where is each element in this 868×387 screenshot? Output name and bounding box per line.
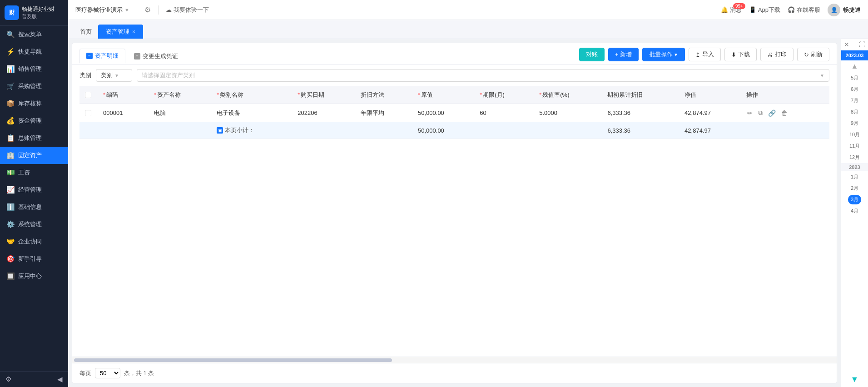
ledger-icon: 📋 (6, 134, 15, 142)
sidebar-scroll: 🔍 搜索菜单 ⚡ 快捷导航 📊 销售管理 🛒 采购管理 📦 库存核算 💰 资金管… (0, 26, 68, 371)
sidebar-logo-icon: 财 (5, 5, 19, 20)
tl-month-4[interactable]: 4月 (841, 205, 868, 217)
tab-asset-management[interactable]: 资产管理 × (98, 25, 143, 39)
tl-month-8[interactable]: 8月 (841, 106, 868, 118)
sidebar-item-purchase[interactable]: 🛒 采购管理 (0, 78, 68, 95)
refresh-icon: ↻ (804, 51, 809, 58)
flash-icon: ⚡ (6, 48, 15, 56)
sidebar-item-business[interactable]: 📈 经营管理 (0, 181, 68, 198)
app-download-label: App下载 (758, 6, 780, 14)
new-button[interactable]: + 新增 (608, 48, 639, 61)
tl-month-12[interactable]: 12月 (841, 152, 868, 163)
search-icon: 🔍 (6, 30, 15, 39)
tl-month-10[interactable]: 10月 (841, 129, 868, 140)
sidebar-logo-text-wrap: 畅捷通好业财 普及版 (22, 5, 55, 20)
category-type-select[interactable]: 类别 ▼ (96, 69, 132, 82)
print-button[interactable]: 🖨 打印 (760, 48, 794, 61)
timeline-down-button[interactable]: ▼ (841, 372, 868, 387)
sidebar-item-inventory[interactable]: 📦 库存核算 (0, 95, 68, 112)
sidebar-item-ledger[interactable]: 📋 总账管理 (0, 129, 68, 147)
subtabs: ≡ 资产明细 ≡ 变更生成凭证 对账 + 新增 批量操作 (72, 43, 837, 64)
user-menu[interactable]: 👤 畅捷通 (828, 4, 861, 16)
copy-row-button[interactable]: ⧉ (757, 108, 764, 118)
chevron-down-icon: ▼ (124, 7, 129, 13)
tl-month-6[interactable]: 6月 (841, 84, 868, 95)
subtab-change-voucher[interactable]: ≡ 变更生成凭证 (127, 49, 185, 63)
table-header-row: *编码 *资产名称 *类别名称 *购买日期 折旧方法 *原值 *期限(月) *残… (79, 86, 829, 104)
batch-chevron-icon: ▼ (674, 52, 678, 57)
sidebar-item-fixed-assets[interactable]: 🏢 固定资产 (0, 147, 68, 164)
row-actions-cell: ✏ ⧉ 🔗 🗑 (741, 104, 829, 122)
wage-icon: 💵 (6, 169, 15, 177)
experience-button[interactable]: ☁ 我要体验一下 (166, 6, 209, 14)
content-main: ≡ 资产明细 ≡ 变更生成凭证 对账 + 新增 批量操作 (72, 43, 837, 383)
timeline-collapse-icon[interactable]: ✕ (844, 41, 849, 48)
content-area: ≡ 资产明细 ≡ 变更生成凭证 对账 + 新增 批量操作 (68, 39, 868, 387)
tl-month-5[interactable]: 5月 (841, 72, 868, 84)
tl-month-1[interactable]: 1月 (841, 171, 868, 183)
sidebar-item-app-center[interactable]: 🔲 应用中心 (0, 268, 68, 285)
new-label: + 新增 (615, 50, 632, 59)
subtotal-original-value: 50,000.00 (412, 122, 474, 139)
subtab2-label: 变更生成凭证 (143, 52, 178, 60)
th-depreciation: 折旧方法 (355, 86, 412, 104)
subtotal-label: ▣ 本页小计： (217, 126, 287, 134)
horizontal-scrollbar[interactable] (72, 357, 837, 363)
timeline-down-icon: ▼ (851, 375, 859, 384)
notification-button[interactable]: 🔔 消息 99+ (721, 6, 742, 14)
tl-month-9[interactable]: 9月 (841, 118, 868, 129)
tl-month-7[interactable]: 7月 (841, 95, 868, 106)
row-purchase-date: 202206 (292, 104, 355, 122)
download-button[interactable]: ⬇ 下载 (724, 48, 757, 61)
refresh-button[interactable]: ↻ 刷新 (797, 48, 829, 61)
handshake-icon: 🤝 (6, 238, 15, 246)
category-select[interactable]: 请选择固定资产类别 ▼ (137, 69, 829, 82)
sidebar-item-guide[interactable]: 🎯 新手引导 (0, 250, 68, 268)
import-button[interactable]: ↥ 导入 (689, 48, 721, 61)
timeline-expand-icon[interactable]: ⛶ (859, 41, 865, 48)
company-selector[interactable]: 医疗器械行业演示 ▼ (75, 6, 129, 14)
col-code-label: 编码 (106, 91, 118, 98)
app-download-button[interactable]: 📱 App下载 (749, 6, 780, 14)
sidebar-item-label-business: 经营管理 (18, 186, 42, 194)
th-original-value: *原值 (412, 86, 474, 104)
per-page-select[interactable]: 10 20 50 100 (95, 368, 120, 378)
edit-row-button[interactable]: ✏ (746, 109, 754, 118)
subtotal-row: ▣ 本页小计： 50,000.00 6,333.36 42,874.97 (79, 122, 829, 139)
select-all-checkbox[interactable] (85, 92, 91, 98)
topbar-settings-icon[interactable]: ⚙ (144, 5, 151, 14)
tl-month-3-current[interactable]: 3月 (848, 195, 861, 204)
link-row-button[interactable]: 🔗 (767, 109, 777, 118)
col-net-value-label: 净值 (684, 91, 696, 98)
sidebar-item-basic-info[interactable]: ℹ️ 基础信息 (0, 198, 68, 216)
timeline-up-button[interactable]: ▲ (841, 60, 868, 72)
batch-button[interactable]: 批量操作 ▼ (642, 48, 685, 61)
tab-home[interactable]: 首页 (75, 25, 96, 39)
subtotal-icon: ▣ (217, 127, 223, 134)
scrollbar-thumb[interactable] (74, 358, 392, 362)
sidebar-item-quick-nav[interactable]: ⚡ 快捷导航 (0, 43, 68, 60)
settings-footer-icon[interactable]: ⚙ (5, 375, 11, 383)
delete-row-button[interactable]: 🗑 (780, 109, 789, 118)
collapse-sidebar-icon[interactable]: ◀ (57, 375, 63, 383)
tab-close-icon[interactable]: × (132, 29, 135, 35)
th-code: *编码 (98, 86, 149, 104)
topbar-right: 🔔 消息 99+ 📱 App下载 🎧 在线客服 👤 畅捷通 (721, 4, 861, 16)
subtab-asset-detail[interactable]: ≡ 资产明细 (79, 49, 125, 64)
timeline-panel: ✕ ⛶ 2023.03 ▲ 5月 6月 7月 8月 9月 10月 11月 12月… (841, 39, 868, 387)
sidebar-item-funds[interactable]: 💰 资金管理 (0, 112, 68, 129)
total-label: 条，共 1 条 (124, 369, 154, 377)
sidebar-item-label-system: 系统管理 (18, 220, 42, 228)
reconcile-button[interactable]: 对账 (579, 48, 605, 61)
sidebar-item-system[interactable]: ⚙️ 系统管理 (0, 216, 68, 233)
sidebar-item-cooperation[interactable]: 🤝 企业协同 (0, 233, 68, 250)
sidebar-item-search[interactable]: 🔍 搜索菜单 (0, 26, 68, 43)
row-checkbox[interactable] (85, 110, 91, 116)
tl-month-2[interactable]: 2月 (841, 183, 868, 194)
info-icon: ℹ️ (6, 203, 15, 211)
col-depreciation-label: 折旧方法 (361, 91, 384, 98)
tl-month-11[interactable]: 11月 (841, 140, 868, 152)
online-service-button[interactable]: 🎧 在线客服 (788, 6, 820, 14)
sidebar-item-payroll[interactable]: 💵 工资 (0, 164, 68, 181)
sidebar-item-sales[interactable]: 📊 销售管理 (0, 60, 68, 78)
